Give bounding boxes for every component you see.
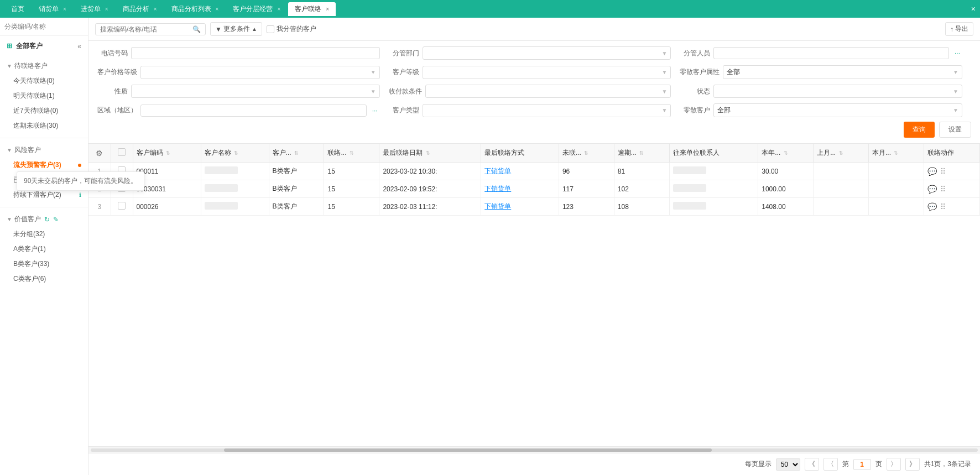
dept-arrow: ▼ [661,50,667,56]
price-grade-select[interactable]: ▼ [140,66,380,79]
search-button-icon[interactable]: 🔍 [192,25,201,33]
prev-page-btn[interactable]: 〈 [823,458,838,471]
row3-more-icon[interactable]: ⠿ [940,202,946,211]
close-tab-analysis-list[interactable]: × [216,6,219,12]
th-action: 联络动作 [924,144,979,163]
more-conditions-btn[interactable]: ▼ 更多条件 ▲ [210,22,262,36]
sidebar-all-customers[interactable]: ⊞ 全部客户 « [0,38,88,54]
row3-this-month [869,198,924,216]
row1-more-icon[interactable]: ⠿ [940,167,946,176]
row1-method-link[interactable]: 下销货单 [484,167,511,175]
zero-attr-select[interactable]: 全部 ▼ [723,65,962,79]
tab-analysis-list[interactable]: 商品分析列表 × [165,2,226,16]
close-tab-customer-tier[interactable]: × [277,6,280,12]
row1-chat-icon[interactable]: 💬 [927,167,937,176]
query-button[interactable]: 查询 [904,122,935,138]
first-page-btn[interactable]: 《 [805,458,819,471]
tab-home[interactable]: 首页 [4,2,31,16]
per-page-select[interactable]: 50 [776,458,800,471]
gender-select[interactable]: ▼ [131,85,380,98]
sidebar-item-churn-warning[interactable]: 流失预警客户(3) [0,158,88,173]
close-tab-analysis[interactable]: × [154,6,157,12]
select-all-checkbox[interactable] [118,148,126,156]
gear-settings-icon[interactable]: ⚙ [96,149,103,158]
scroll-track[interactable] [91,448,978,452]
horizontal-scrollbar[interactable] [88,446,980,453]
sidebar-item-a-class[interactable]: A类客户(1) [0,242,88,257]
sidebar-item-ungrouped[interactable]: 未分组(32) [0,227,88,242]
tab-purchase[interactable]: 进货单 × [74,2,115,16]
code-sort[interactable]: ⇅ [166,150,170,156]
person-more-btn[interactable]: ··· [952,49,962,57]
payment-select[interactable]: ▼ [425,85,671,98]
uncontacted-sort[interactable]: ⇅ [584,150,588,156]
value-customers-title[interactable]: ▼ 价值客户 ↻ ✎ [0,212,88,227]
scroll-thumb[interactable] [224,448,712,452]
contact-sort[interactable]: ⇅ [350,150,354,156]
filter-person: 分管人员 ··· [680,46,971,60]
last-page-btn[interactable]: 》 [905,458,920,471]
row2-method-link[interactable]: 下销货单 [484,185,511,192]
sidebar-all-customers-section: ⊞ 全部客户 « [0,36,88,56]
phone-input[interactable] [131,47,380,59]
zero-cust-select[interactable]: 全部 ▼ [713,103,962,117]
tab-sales[interactable]: 销货单 × [32,2,73,16]
tab-analysis[interactable]: 商品分析 × [116,2,164,16]
region-input[interactable] [140,105,367,117]
person-input[interactable] [713,47,949,59]
th-contact: 联络... ⇅ [324,144,379,163]
current-page-input[interactable] [853,459,871,470]
close-all-tabs[interactable]: × [971,4,976,13]
sidebar-item-overdue-contact[interactable]: 迄期未联络(30) [0,118,88,133]
row2-type: B类客户 [269,180,324,198]
info-icon-declining[interactable]: ℹ [79,192,81,198]
name-sort[interactable]: ⇅ [234,150,238,156]
refresh-icon[interactable]: ↻ [44,216,50,223]
year-sort[interactable]: ⇅ [784,150,788,156]
my-customer-checkbox-row[interactable]: 我分管的客户 [267,24,316,34]
my-customer-checkbox[interactable] [267,25,274,33]
row3-idx: 3 [88,198,111,216]
export-button[interactable]: ↑ 导出 [945,22,973,36]
sidebar-item-c-class[interactable]: C类客户(6) [0,272,88,286]
row3-method-link[interactable]: 下销货单 [484,202,511,210]
close-tab-sales[interactable]: × [63,6,66,12]
sidebar-item-week-contact[interactable]: 近7天待联络(0) [0,103,88,118]
type-sort[interactable]: ⇅ [294,150,299,156]
last-month-sort[interactable]: ⇅ [839,150,843,156]
last-date-sort[interactable]: ⇅ [426,150,430,156]
row2-more-icon[interactable]: ⠿ [940,185,946,194]
status-arrow: ▼ [953,88,958,95]
region-more-btn[interactable]: ··· [370,107,380,114]
sidebar-collapse-btn[interactable]: « [77,43,81,50]
status-select[interactable]: ▼ [713,85,962,98]
overdue-sort[interactable]: ⇅ [639,150,644,156]
tab-customer-tier[interactable]: 客户分层经营 × [226,2,287,16]
search-input[interactable] [100,25,190,33]
dept-select[interactable]: ▼ [423,46,671,60]
table-row: 3 000026 B类客户 15 2023-02-03 11:12: 下销货单 [88,198,980,216]
cust-type-select[interactable]: ▼ [423,104,671,117]
sidebar-item-tomorrow-contact[interactable]: 明天待联络(1) [0,88,88,103]
row3-checkbox[interactable] [118,202,126,210]
row2-last-method: 下销货单 [481,180,559,198]
th-unit-contact: 往来单位联系人 [669,144,758,163]
sidebar-item-b-class[interactable]: B类客户(33) [0,257,88,272]
pending-contact-title[interactable]: ▼ 待联络客户 [0,59,88,74]
risk-customers-title[interactable]: ▼ 风险客户 [0,143,88,158]
sidebar-item-today-contact[interactable]: 今天待联络(0) [0,74,88,88]
next-page-btn[interactable]: 〉 [887,458,901,471]
row1-last-method: 下销货单 [481,163,559,180]
sidebar-search-input[interactable] [4,23,87,30]
filter-arrow: ▲ [252,26,257,32]
this-month-sort[interactable]: ⇅ [894,150,898,156]
edit-icon[interactable]: ✎ [53,216,59,223]
row1-unit-contact [669,163,758,180]
close-tab-purchase[interactable]: × [105,6,108,12]
close-tab-customer-contact[interactable]: × [326,6,329,12]
row2-chat-icon[interactable]: 💬 [927,185,937,194]
settings-button[interactable]: 设置 [939,122,971,138]
grade-select[interactable]: ▼ [423,66,671,79]
row3-chat-icon[interactable]: 💬 [927,202,937,211]
tab-customer-contact[interactable]: 客户联络 × [288,2,336,16]
